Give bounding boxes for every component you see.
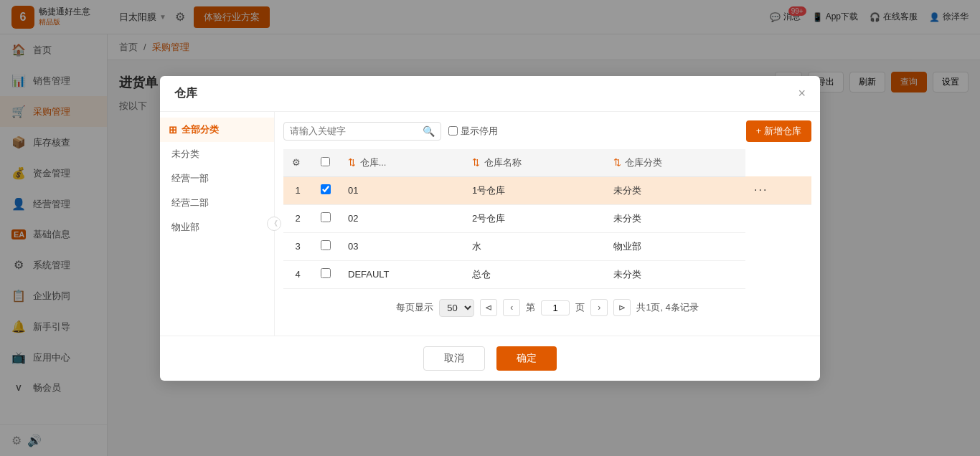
row-category: 未分类: [605, 176, 746, 204]
category-sidebar: ⊞ 全部分类 未分类 经营一部 经营二部 物业部 《: [160, 112, 275, 336]
modal-title: 仓库: [174, 86, 197, 101]
modal-header: 仓库 ×: [160, 76, 820, 112]
pagination: 每页显示 50 ⊲ ‹ 第 页 › ⊳ 共1页, 4条记录: [283, 289, 811, 327]
search-input[interactable]: [290, 125, 418, 136]
row-code: DEFAULT: [339, 260, 463, 288]
row-select-checkbox[interactable]: [321, 268, 331, 278]
th-settings[interactable]: ⚙: [283, 149, 312, 177]
th-category: ⇅ 仓库分类: [605, 149, 746, 177]
modal-close-button[interactable]: ×: [798, 86, 806, 101]
prev-page-button[interactable]: ‹: [503, 299, 520, 316]
confirm-button[interactable]: 确定: [496, 346, 557, 371]
page-suffix: 页: [575, 301, 585, 314]
select-all-checkbox[interactable]: [321, 157, 330, 166]
category-item-unclassified[interactable]: 未分类: [160, 142, 274, 166]
new-warehouse-button[interactable]: + 新增仓库: [746, 120, 811, 142]
per-page-select[interactable]: 50: [439, 299, 474, 317]
row-select-checkbox[interactable]: [321, 240, 331, 250]
sort-icon-code: ⇅: [348, 157, 356, 168]
row-checkbox-cell[interactable]: [312, 204, 339, 232]
row-select-checkbox[interactable]: [321, 212, 331, 222]
row-name: 水: [463, 232, 605, 260]
modal-footer: 取消 确定: [160, 336, 820, 381]
modal-overlay: 仓库 × ⊞ 全部分类 未分类 经营一部 经营二部: [0, 0, 980, 456]
row-name: 1号仓库: [463, 176, 605, 204]
per-page-label: 每页显示: [396, 301, 433, 314]
collapse-sidebar-button[interactable]: 《: [267, 217, 281, 231]
next-page-button[interactable]: ›: [590, 299, 608, 316]
disabled-checkbox[interactable]: [448, 126, 458, 136]
grid-icon: ⊞: [169, 124, 177, 136]
warehouse-table: ⚙ ⇅ 仓库... ⇅ 仓库名称 ⇅: [283, 149, 811, 289]
row-category: 物业部: [605, 232, 746, 260]
row-num: 1: [283, 176, 312, 204]
table-row[interactable]: 1 01 1号仓库 未分类 ···: [283, 176, 811, 204]
table-row[interactable]: 2 02 2号仓库 未分类: [283, 204, 811, 232]
show-disabled-label: 显示停用: [461, 125, 498, 138]
row-code: 03: [339, 232, 463, 260]
all-categories-label: 全部分类: [182, 123, 219, 136]
total-label: 共1页, 4条记录: [636, 301, 699, 314]
row-select-checkbox[interactable]: [321, 184, 331, 194]
th-checkbox[interactable]: [312, 149, 339, 177]
row-code: 02: [339, 204, 463, 232]
row-num: 3: [283, 232, 312, 260]
row-name: 2号仓库: [463, 204, 605, 232]
cancel-button[interactable]: 取消: [423, 346, 485, 371]
warehouse-modal: 仓库 × ⊞ 全部分类 未分类 经营一部 经营二部: [160, 76, 820, 381]
row-checkbox-cell[interactable]: [312, 232, 339, 260]
category-item-operations1[interactable]: 经营一部: [160, 166, 274, 191]
sort-icon-category: ⇅: [613, 157, 621, 168]
row-code: 01: [339, 176, 463, 204]
show-disabled-checkbox[interactable]: 显示停用: [448, 125, 498, 138]
row-num: 2: [283, 204, 312, 232]
row-name: 总仓: [463, 260, 605, 288]
th-code: ⇅ 仓库...: [339, 149, 463, 177]
table-panel: 🔍 显示停用 + 新增仓库 ⚙ ⇅: [275, 112, 820, 336]
search-icon: 🔍: [423, 125, 435, 137]
modal-body: ⊞ 全部分类 未分类 经营一部 经营二部 物业部 《: [160, 112, 820, 336]
category-item-property[interactable]: 物业部: [160, 215, 274, 239]
search-box: 🔍: [283, 122, 441, 141]
row-actions[interactable]: ···: [745, 176, 811, 204]
row-checkbox-cell[interactable]: [312, 176, 339, 204]
page-label: 第: [526, 301, 535, 314]
page-input[interactable]: [541, 300, 570, 315]
first-page-button[interactable]: ⊲: [480, 299, 497, 316]
table-row[interactable]: 3 03 水 物业部: [283, 232, 811, 260]
row-category: 未分类: [605, 260, 746, 288]
all-categories-item[interactable]: ⊞ 全部分类: [160, 118, 274, 142]
row-num: 4: [283, 260, 312, 288]
sort-icon-name: ⇅: [472, 157, 480, 168]
last-page-button[interactable]: ⊳: [613, 299, 631, 316]
th-name: ⇅ 仓库名称: [463, 149, 605, 177]
row-checkbox-cell[interactable]: [312, 260, 339, 288]
category-item-operations2[interactable]: 经营二部: [160, 191, 274, 215]
table-toolbar: 🔍 显示停用 + 新增仓库: [283, 120, 811, 142]
table-row[interactable]: 4 DEFAULT 总仓 未分类: [283, 260, 811, 288]
row-category: 未分类: [605, 204, 746, 232]
